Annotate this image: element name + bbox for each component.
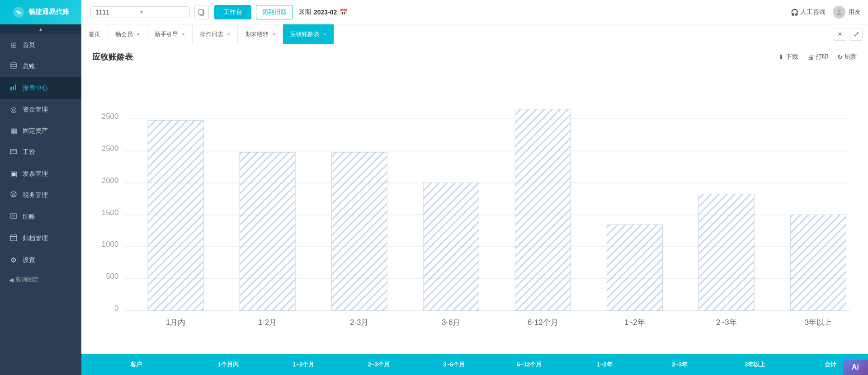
sidebar-item-tax[interactable]: 税 税务管理 — [0, 184, 81, 206]
bar-3-6-month[interactable] — [423, 183, 479, 311]
refresh-label: 刷新 — [844, 53, 857, 61]
sidebar-item-invoice[interactable]: ▣ 发票管理 — [0, 163, 81, 184]
svg-text:2-3月: 2-3月 — [350, 318, 368, 327]
funds-icon: ◎ — [9, 105, 18, 114]
page-content: 应收账龄表 ⬇ 下载 🖨 打印 ↻ 刷新 — [81, 44, 868, 375]
tab-guide-close[interactable]: × — [182, 31, 185, 38]
cancel-fixed-button[interactable]: ◀ 取消固定 — [0, 271, 81, 288]
ledger-icon — [9, 62, 18, 71]
tab-member-close[interactable]: × — [137, 31, 140, 38]
ai-badge[interactable]: Ai — [843, 360, 868, 375]
svg-text:税: 税 — [12, 193, 16, 197]
reports-icon — [9, 84, 18, 93]
th-1-2month: 1~2个月 — [266, 361, 341, 369]
period-info: 账期 2023-02 📅 — [298, 8, 347, 16]
tab-aging[interactable]: 应收账龄表 × — [283, 24, 334, 44]
consult-label: 人工咨询 — [800, 8, 826, 16]
svg-rect-18 — [10, 235, 17, 237]
bar-1-2-year[interactable] — [607, 225, 662, 311]
bar-2-3-month[interactable] — [331, 152, 387, 311]
period-label: 账期 — [298, 8, 311, 16]
sidebar-label-archive: 归档管理 — [23, 234, 48, 243]
svg-text:2500: 2500 — [102, 112, 119, 121]
sidebar-item-funds[interactable]: ◎ 资金管理 — [0, 99, 81, 120]
pin-icon: ◀ — [9, 277, 14, 283]
th-1-2year: 1~2年 — [567, 361, 642, 369]
svg-rect-5 — [11, 63, 16, 68]
logo-icon — [12, 6, 25, 19]
svg-text:3年以上: 3年以上 — [805, 318, 832, 327]
svg-text:1~2年: 1~2年 — [624, 318, 645, 327]
print-button[interactable]: 🖨 打印 — [807, 53, 828, 61]
th-2-3year: 2~3年 — [642, 361, 717, 369]
period-value: 2023-02 — [314, 9, 337, 16]
sidebar-label-reports: 报表中心 — [23, 84, 48, 92]
copy-button[interactable] — [194, 5, 209, 19]
sidebar-item-assets[interactable]: ▦ 固定资产 — [0, 120, 81, 141]
sidebar-item-ledger[interactable]: 总账 — [0, 56, 81, 77]
main-layout: ▲ ⊞ 首页 总账 报表中心 ◎ 资金管理 ▦ 固定资产 — [0, 24, 868, 375]
tab-member[interactable]: 畅会员 × — [108, 24, 147, 44]
workbench-button[interactable]: 工作台 — [214, 5, 251, 19]
sidebar-item-settlement[interactable]: 结账 — [0, 206, 81, 228]
svg-rect-3 — [199, 9, 203, 14]
svg-rect-11 — [10, 150, 17, 154]
company-name: 1111 — [95, 9, 140, 16]
sidebar-item-settings[interactable]: ⚙ 设置 — [0, 249, 81, 271]
tab-oplog-close[interactable]: × — [227, 31, 230, 38]
th-6-12month: 6~12个月 — [492, 361, 567, 369]
tab-home[interactable]: 首页 — [81, 24, 108, 44]
refresh-icon: ↻ — [837, 53, 843, 61]
bar-2-3-year[interactable] — [698, 194, 754, 310]
sidebar-label-tax: 税务管理 — [23, 191, 48, 199]
sidebar: ▲ ⊞ 首页 总账 报表中心 ◎ 资金管理 ▦ 固定资产 — [0, 24, 81, 375]
th-2-3month: 2~3个月 — [341, 361, 416, 369]
bar-3-plus-year[interactable] — [790, 215, 846, 311]
tab-member-label: 畅会员 — [115, 30, 133, 38]
tab-fullscreen-button[interactable]: ⤢ — [850, 28, 863, 41]
svg-text:2000: 2000 — [102, 176, 119, 185]
bar-6-12-month[interactable] — [515, 109, 571, 311]
company-selector[interactable]: 1111 ▾ — [90, 6, 190, 18]
svg-text:500: 500 — [106, 272, 118, 281]
salary-icon — [9, 148, 18, 157]
tab-controls: × ⤢ — [828, 24, 868, 44]
sidebar-item-reports[interactable]: 报表中心 — [0, 77, 81, 99]
assets-icon: ▦ — [9, 127, 18, 135]
svg-text:6-12个月: 6-12个月 — [528, 318, 558, 327]
tab-period-end-close[interactable]: × — [272, 31, 275, 38]
bar-1-2-month[interactable] — [240, 152, 295, 311]
chart-wrapper: 0 500 1000 1500 2000 2500 2500 — [92, 73, 857, 354]
download-button[interactable]: ⬇ 下载 — [778, 53, 798, 61]
settings-icon: ⚙ — [9, 256, 18, 264]
tab-aging-close[interactable]: × — [323, 31, 326, 38]
tab-close-all-button[interactable]: × — [834, 28, 846, 41]
download-icon: ⬇ — [778, 53, 784, 61]
user-area[interactable]: 用友 — [833, 6, 861, 19]
calendar-icon[interactable]: 📅 — [340, 9, 347, 16]
invoice-icon: ▣ — [9, 169, 18, 178]
sidebar-item-salary[interactable]: 工资 — [0, 141, 81, 163]
avatar — [833, 6, 845, 19]
sidebar-item-archive[interactable]: 归档管理 — [0, 228, 81, 249]
svg-text:1-2月: 1-2月 — [258, 318, 277, 327]
tab-period-end[interactable]: 期末结转 × — [238, 24, 283, 44]
th-customer: 客户 — [81, 361, 191, 369]
content-area: 首页 畅会员 × 新手引导 × 操作日志 × 期末结转 × 应收账龄表 × — [81, 24, 868, 375]
bar-chart: 0 500 1000 1500 2000 2500 2500 — [92, 73, 857, 354]
svg-rect-9 — [13, 86, 14, 90]
switch-version-button[interactable]: 切到旧版 — [256, 5, 293, 19]
bar-1-month[interactable] — [148, 120, 203, 310]
dropdown-arrow-icon: ▾ — [140, 9, 185, 15]
sidebar-scroll-up[interactable]: ▲ — [0, 24, 81, 34]
sidebar-label-invoice: 发票管理 — [23, 170, 48, 178]
svg-rect-10 — [15, 84, 16, 90]
th-3-6month: 3~6个月 — [416, 361, 491, 369]
tab-guide[interactable]: 新手引导 × — [147, 24, 193, 44]
refresh-button[interactable]: ↻ 刷新 — [837, 53, 857, 61]
svg-text:2500: 2500 — [102, 144, 119, 153]
tab-oplog[interactable]: 操作日志 × — [193, 24, 238, 44]
sidebar-label-home: 首页 — [23, 41, 35, 49]
consult-button[interactable]: 🎧 人工咨询 — [791, 8, 826, 16]
sidebar-item-home[interactable]: ⊞ 首页 — [0, 34, 81, 56]
